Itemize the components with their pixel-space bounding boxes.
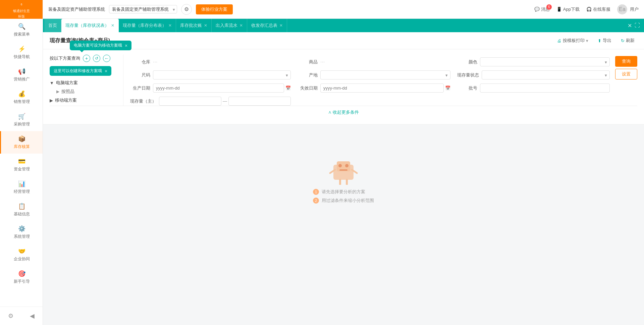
tooltip2-close[interactable]: × — [105, 68, 107, 74]
tab-close-all-button[interactable]: ✕ — [628, 22, 632, 29]
print-button[interactable]: 🖨 按模板打印 ▾ — [554, 36, 591, 45]
svg-point-5 — [345, 164, 348, 167]
tab-maximize-button[interactable]: ⛶ — [635, 22, 640, 29]
scheme-item-label: 按照品 — [61, 89, 74, 95]
page-header: 现存量查询(按仓库+商品) 🖨 按模板打印 ▾ ⬆ 导出 ↻ 刷新 — [43, 32, 644, 49]
sidebar-item-search[interactable]: 🔍 搜索菜单 — [0, 19, 43, 41]
refresh-button[interactable]: ↻ 刷新 — [618, 36, 637, 45]
expiry-date-range: 📅 — [320, 84, 450, 93]
refresh-icon: ↻ — [621, 38, 625, 43]
tooltip-desktop-scheme: 电脑方案可设为移动方案哦 × — [70, 41, 131, 50]
gear-button[interactable]: ⚙ — [181, 4, 192, 15]
print-icon: 🖨 — [557, 38, 561, 43]
app-logo: 6 畅通好生意 标版 — [0, 0, 43, 19]
settings-button[interactable]: ⚙ — [5, 311, 16, 321]
tab-batch[interactable]: 库存批次账 ✕ — [176, 19, 212, 32]
stock-status-select-wrap — [482, 70, 610, 79]
production-date-start[interactable] — [153, 84, 284, 93]
tab-inout[interactable]: 出入库流水 ✕ — [212, 19, 247, 32]
sidebar-item-operations[interactable]: 📊 经营管理 — [0, 176, 43, 199]
calendar-icon-expiry[interactable]: 📅 — [445, 86, 450, 91]
goods-dots[interactable]: ··· — [320, 59, 325, 65]
export-button[interactable]: ⬆ 导出 — [595, 36, 614, 45]
filter-action-buttons: 查询 设置 — [610, 55, 637, 106]
warehouse-label: 仓库 — [130, 59, 150, 65]
tab-stock-dist-label: 现存量（库存分布表） — [123, 22, 166, 29]
tip-num-2: 2 — [313, 198, 319, 204]
sidebar-item-label: 基础信息 — [14, 211, 30, 217]
tab-inout-close[interactable]: ✕ — [239, 23, 243, 28]
reset-button[interactable]: 设置 — [615, 69, 637, 79]
collapse-icon: ∧ — [328, 110, 333, 115]
sidebar-item-label: 销售管理 — [14, 99, 30, 105]
sidebar-item-label: 采购管理 — [14, 121, 30, 127]
scheme-item-by-product[interactable]: ▶ 按照品 — [56, 87, 118, 96]
print-dropdown-icon: ▾ — [586, 38, 588, 43]
export-label: 导出 — [603, 38, 611, 44]
range-separator: — — [223, 99, 227, 104]
warehouse-dots[interactable]: ··· — [153, 59, 157, 65]
tab-stock-status[interactable]: 现存量（库存状况表） ✕ — [61, 19, 119, 32]
stock-status-select[interactable] — [482, 70, 610, 79]
sidebar-item-marketing[interactable]: 📢 营销推广 — [0, 64, 43, 86]
user-menu[interactable]: Ea 用户 — [617, 4, 639, 14]
tab-stock-dist[interactable]: 现存量（库存分布表） ✕ — [119, 19, 176, 32]
guide-icon: 🎯 — [18, 270, 25, 277]
collapse-bar[interactable]: ∧ 收起更多条件 — [50, 106, 637, 119]
size-select[interactable] — [153, 70, 291, 79]
sidebar-item-finance[interactable]: 💳 资金管理 — [0, 154, 43, 176]
sidebar-item-label: 企业协同 — [14, 256, 30, 262]
tooltip2-area: 这里可以创建和修改方案哦 × — [50, 66, 118, 76]
collapse-sidebar-button[interactable]: ◀ — [27, 311, 37, 321]
message-icon: 💬 — [534, 7, 540, 12]
sidebar-item-label: 库存核算 — [14, 144, 30, 150]
trial-button[interactable]: 体验行业方案 — [196, 4, 233, 14]
collab-icon: 🤝 — [18, 248, 25, 255]
online-service-button[interactable]: 🎧 在线客服 — [586, 6, 610, 12]
tab-summary-close[interactable]: ✕ — [279, 23, 283, 28]
filter-label: 按以下方案查询 — [50, 55, 80, 61]
sidebar-item-guide[interactable]: 🎯 新手引导 — [0, 266, 43, 288]
tip-text-1: 请先选择要分析的方案 — [322, 189, 365, 195]
basic-icon: 📋 — [18, 203, 25, 210]
tab-stock-status-close[interactable]: ✕ — [111, 23, 114, 28]
calendar-icon-prod-start[interactable]: 📅 — [285, 86, 291, 91]
goods-label: 商品 — [298, 59, 318, 65]
tab-batch-close[interactable]: ✕ — [204, 23, 207, 28]
service-icon: 🎧 — [586, 7, 592, 12]
system-select[interactable]: 装备及固定资产辅助管理系统 — [109, 5, 177, 13]
desktop-scheme-group[interactable]: ▼ 电脑端方案 — [50, 78, 118, 87]
mobile-scheme-label: 移动端方案 — [55, 97, 77, 103]
sidebar-item-sales[interactable]: 💰 销售管理 — [0, 86, 43, 109]
tab-home[interactable]: 首页 — [44, 19, 61, 32]
sidebar-item-collab[interactable]: 🤝 企业协同 — [0, 243, 43, 266]
origin-select[interactable] — [320, 70, 450, 79]
tooltip1-close[interactable]: × — [125, 43, 127, 48]
back-button[interactable]: ← — [103, 55, 110, 62]
batch-no-input[interactable] — [480, 84, 610, 93]
desktop-scheme-arrow: ▼ — [50, 80, 54, 86]
sidebar-item-quicknav[interactable]: ⚡ 快捷导航 — [0, 41, 43, 64]
page-actions: 🖨 按模板打印 ▾ ⬆ 导出 ↻ 刷新 — [554, 36, 637, 45]
desktop-scheme-items: ▶ 按照品 — [56, 87, 118, 96]
sidebar-item-inventory[interactable]: 📦 库存核算 — [0, 131, 43, 154]
expiry-date-start[interactable] — [320, 84, 444, 93]
app-download-button[interactable]: 📱 App下载 — [556, 6, 580, 12]
add-scheme-button[interactable]: + — [83, 55, 90, 62]
sidebar-item-system[interactable]: ⚙️ 系统管理 — [0, 221, 43, 243]
stock-main-min[interactable] — [159, 97, 221, 106]
content-area: 现存量查询(按仓库+商品) 🖨 按模板打印 ▾ ⬆ 导出 ↻ 刷新 — [43, 32, 644, 325]
top-header: 装备及固定资产辅助管理系统 装备及固定资产辅助管理系统 ⚙ 体验行业方案 💬 消… — [43, 0, 644, 19]
color-select[interactable] — [480, 57, 610, 66]
sidebar-item-purchase[interactable]: 🛒 采购管理 — [0, 109, 43, 131]
tab-stock-dist-close[interactable]: ✕ — [168, 23, 172, 28]
app-download-label: App下载 — [563, 6, 580, 12]
mobile-scheme-group[interactable]: ▶ 移动端方案 — [50, 96, 118, 105]
message-button[interactable]: 💬 消息 6 — [534, 6, 550, 12]
reset-scheme-button[interactable]: ↺ — [93, 55, 100, 62]
scheme-tree: ▼ 电脑端方案 ▶ 按照品 ▶ 移动端方案 — [50, 78, 118, 105]
search-button[interactable]: 查询 — [615, 56, 637, 67]
stock-main-max[interactable] — [228, 97, 291, 106]
sidebar-item-basic[interactable]: 📋 基础信息 — [0, 199, 43, 221]
tab-summary[interactable]: 收发存汇总表 ✕ — [247, 19, 287, 32]
